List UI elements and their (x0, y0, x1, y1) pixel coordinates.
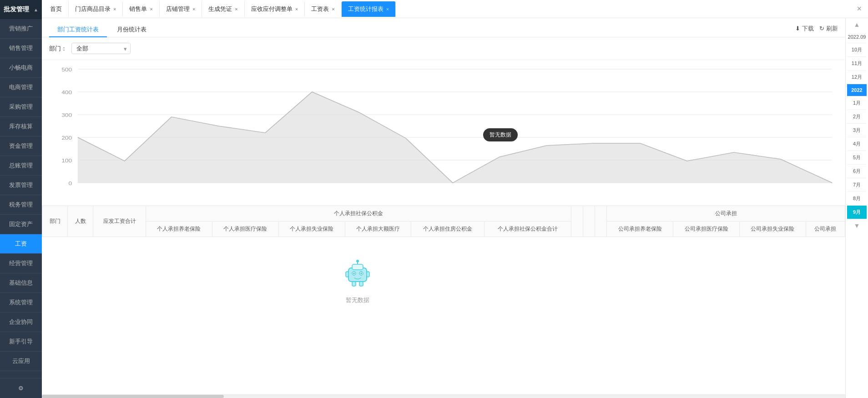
sidebar-item-资金管理[interactable]: 资金管理 (0, 136, 42, 156)
timeline-item-10月[interactable]: 10月 (847, 43, 867, 57)
sidebar-item-云应用[interactable]: 云应用 (0, 352, 42, 371)
table-section[interactable]: 部门 人数 应发工资合计 个人承担社保公积金 公司承担 个人承担养老保险 个人承… (42, 206, 845, 394)
svg-rect-20 (346, 272, 348, 277)
sub-tab-月份统计表[interactable]: 月份统计表 (109, 23, 155, 37)
center-panel: 部门工资统计表月份统计表 ⬇ 下载 ↻ 刷新 部门： 全 (42, 18, 845, 398)
svg-point-19 (360, 272, 362, 274)
refresh-button[interactable]: ↻ 刷新 (819, 25, 838, 33)
table-header-row-1: 部门 人数 应发工资合计 个人承担社保公积金 公司承担 (42, 206, 845, 222)
col-personal-large-medical: 个人承担大额医疗 (345, 222, 411, 237)
timeline-item-8月[interactable]: 8月 (847, 192, 867, 206)
scroll-thumb[interactable] (42, 395, 224, 398)
sub-tabs-left: 部门工资统计表月份统计表 (49, 23, 155, 37)
timeline-item-7月[interactable]: 7月 (847, 178, 867, 192)
refresh-icon: ↻ (819, 25, 824, 32)
tab-close-应收应付调整单[interactable]: × (295, 6, 298, 12)
table-no-data-row: 暂无数据 (42, 237, 845, 323)
col-total-salary: 应发工资合计 (93, 206, 146, 237)
download-button[interactable]: ⬇ 下载 (795, 25, 814, 33)
timeline-item-2022.09[interactable]: 2022.09 (847, 31, 867, 43)
svg-text:100: 100 (61, 158, 72, 163)
tab-工资表[interactable]: 工资表× (305, 1, 341, 17)
sidebar-item-固定资产[interactable]: 固定资产 (0, 215, 42, 234)
col-extra2 (583, 206, 595, 237)
sidebar-item-发票管理[interactable]: 发票管理 (0, 176, 42, 195)
sidebar-item-库存核算[interactable]: 库存核算 (0, 117, 42, 136)
sidebar-item-新手引导[interactable]: 新手引导 (0, 332, 42, 352)
filter-row: 部门： 全部 (42, 37, 845, 60)
col-personal-total: 个人承担社保公积金合计 (484, 222, 571, 237)
sidebar-item-基础信息[interactable]: 基础信息 (0, 273, 42, 293)
tab-close-店铺管理[interactable]: × (192, 6, 195, 12)
sidebar-item-总账管理[interactable]: 总账管理 (0, 156, 42, 176)
timeline-item-4月[interactable]: 4月 (847, 137, 867, 151)
filter-dept-label: 部门： (49, 45, 67, 53)
sidebar: 批发管理 ▲ 营销推广销售管理小畅电商电商管理采购管理库存核算资金管理总账管理发… (0, 0, 42, 398)
right-timeline-panel: ▲ 2022.0910月11月12月20221月2月3月4月5月6月7月8月9月… (845, 18, 868, 398)
col-group-personal: 个人承担社保公积金 (146, 206, 571, 222)
sidebar-item-税务管理[interactable]: 税务管理 (0, 195, 42, 215)
sidebar-footer-settings[interactable]: ⚙ (0, 378, 42, 398)
timeline-item-12月[interactable]: 12月 (847, 71, 867, 84)
svg-rect-13 (352, 264, 363, 270)
col-company-medical: 公司承担医疗保险 (673, 222, 740, 237)
main-area: 首页门店商品目录×销售单×店铺管理×生成凭证×应收应付调整单×工资表×工资统计报… (42, 0, 868, 398)
no-data-state: 暂无数据 (42, 237, 673, 322)
timeline-item-1月[interactable]: 1月 (847, 96, 867, 110)
sub-tab-部门工资统计表[interactable]: 部门工资统计表 (49, 23, 107, 37)
tab-门店商品目录[interactable]: 门店商品目录× (69, 1, 123, 17)
svg-text:500: 500 (61, 67, 72, 72)
timeline-item-2月[interactable]: 2月 (847, 110, 867, 124)
timeline-down-arrow[interactable]: ▼ (846, 219, 868, 232)
tab-生成凭证[interactable]: 生成凭证× (202, 1, 244, 17)
col-extra3 (595, 206, 607, 237)
col-personal-unemployment: 个人承担失业保险 (278, 222, 345, 237)
sidebar-item-系统管理[interactable]: 系统管理 (0, 293, 42, 312)
timeline-item-6月[interactable]: 6月 (847, 165, 867, 178)
timeline-item-9月[interactable]: 9月 (847, 206, 867, 219)
tab-首页[interactable]: 首页 (44, 1, 69, 17)
svg-point-15 (356, 260, 359, 262)
timeline-item-11月[interactable]: 11月 (847, 57, 867, 71)
tab-close-工资表[interactable]: × (332, 6, 334, 12)
svg-rect-21 (367, 272, 369, 277)
chart-svg-container: 0 100 200 300 400 500 暂无数据 (49, 65, 838, 206)
no-data-icon (339, 255, 376, 292)
timeline-item-5月[interactable]: 5月 (847, 151, 867, 165)
sidebar-item-小畅电商[interactable]: 小畅电商 (0, 58, 42, 78)
tab-close-工资统计报表[interactable]: × (386, 6, 389, 12)
timeline-item-3月[interactable]: 3月 (847, 124, 867, 137)
sidebar-item-销售管理[interactable]: 销售管理 (0, 39, 42, 58)
tab-bar: 首页门店商品目录×销售单×店铺管理×生成凭证×应收应付调整单×工资表×工资统计报… (42, 0, 868, 18)
sidebar-item-工资[interactable]: 工资 (0, 234, 42, 254)
tab-应收应付调整单[interactable]: 应收应付调整单× (245, 1, 305, 17)
sidebar-item-企业协同[interactable]: 企业协同 (0, 312, 42, 332)
sidebar-item-经营管理[interactable]: 经营管理 (0, 254, 42, 273)
timeline-items: 2022.0910月11月12月20221月2月3月4月5月6月7月8月9月 (847, 31, 867, 219)
refresh-label: 刷新 (826, 25, 838, 33)
col-company-other: 公司承担 (806, 222, 845, 237)
sidebar-item-采购管理[interactable]: 采购管理 (0, 97, 42, 117)
tabs-list: 首页门店商品目录×销售单×店铺管理×生成凭证×应收应付调整单×工资表×工资统计报… (44, 1, 852, 17)
horizontal-scrollbar[interactable] (42, 394, 845, 398)
sidebar-item-电商管理[interactable]: 电商管理 (0, 78, 42, 97)
svg-text:200: 200 (61, 135, 72, 141)
settings-icon: ⚙ (18, 385, 24, 392)
tab-工资统计报表[interactable]: 工资统计报表× (342, 1, 396, 17)
dept-select[interactable]: 全部 (71, 43, 131, 54)
tab-销售单[interactable]: 销售单× (123, 1, 159, 17)
timeline-item-2022[interactable]: 2022 (847, 84, 867, 96)
tab-close-生成凭证[interactable]: × (235, 6, 237, 12)
tab-close-销售单[interactable]: × (150, 6, 152, 12)
tab-店铺管理[interactable]: 店铺管理× (160, 1, 202, 17)
table-no-data-label: 暂无数据 (346, 296, 369, 304)
close-all-button[interactable]: × (852, 4, 866, 14)
timeline-up-arrow[interactable]: ▲ (846, 18, 868, 31)
col-personal-pension: 个人承担养老保险 (146, 222, 212, 237)
sidebar-item-营销推广[interactable]: 营销推广 (0, 19, 42, 39)
sidebar-header[interactable]: 批发管理 ▲ (0, 0, 42, 19)
col-company-pension: 公司承担养老保险 (607, 222, 673, 237)
tab-close-门店商品目录[interactable]: × (113, 6, 116, 12)
svg-point-18 (353, 272, 355, 274)
svg-text:400: 400 (61, 90, 72, 95)
